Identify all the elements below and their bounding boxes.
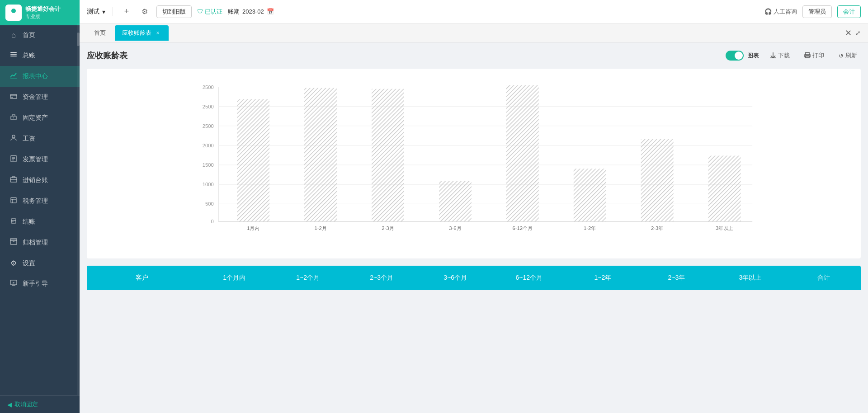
- chart-svg-wrapper: 2500 2500 2500 2000 1500 1000 500 0: [96, 78, 852, 249]
- main-area: 测试 ▾ + ⚙ 切到旧版 🛡 已认证 账期 2023-02 📅 🎧 人工咨询 …: [80, 0, 868, 413]
- app-name: 畅捷通好会计: [25, 5, 61, 13]
- guide-icon: [9, 279, 18, 288]
- tab-ar-aging-label: 应收账龄表: [122, 29, 151, 37]
- page-actions: 图表 下载: [726, 50, 861, 61]
- svg-text:6-12个月: 6-12个月: [513, 225, 533, 231]
- sidebar-item-label: 资金管理: [23, 93, 48, 101]
- svg-rect-17: [11, 197, 16, 203]
- headset-icon: 🎧: [764, 8, 772, 15]
- invoice-icon: [9, 155, 18, 164]
- sidebar: 畅捷通好会计 专业版 ⌂ 首页 总账: [0, 0, 80, 413]
- toggle-knob: [735, 52, 743, 60]
- page-header: 应收账龄表 图表 下载: [87, 50, 861, 61]
- consult-button[interactable]: 🎧 人工咨询: [764, 8, 797, 16]
- verified-label: 已认证: [205, 8, 222, 16]
- table-col-1-2m: 1~2个月: [271, 266, 345, 290]
- sidebar-item-label: 归档管理: [23, 239, 48, 247]
- svg-text:2500: 2500: [203, 123, 214, 129]
- app-logo-icon: [5, 5, 22, 21]
- svg-text:1500: 1500: [203, 162, 214, 168]
- svg-text:2-3年: 2-3年: [651, 225, 663, 231]
- svg-text:500: 500: [205, 201, 214, 206]
- print-button[interactable]: 打印: [801, 50, 828, 61]
- svg-text:2500: 2500: [203, 104, 214, 109]
- download-label: 下载: [778, 52, 790, 60]
- svg-marker-27: [13, 282, 15, 284]
- sidebar-item-guide[interactable]: 新手引导: [0, 273, 80, 294]
- manager-button[interactable]: 管理员: [802, 5, 832, 18]
- bar-2: [372, 89, 404, 222]
- chart-toggle-label: 图表: [747, 52, 759, 60]
- sidebar-item-ledger[interactable]: 总账: [0, 45, 80, 66]
- topbar: 测试 ▾ + ⚙ 切到旧版 🛡 已认证 账期 2023-02 📅 🎧 人工咨询 …: [80, 0, 868, 23]
- tab-home-label: 首页: [94, 29, 106, 37]
- sidebar-item-salary[interactable]: 工资: [0, 128, 80, 149]
- refresh-icon: ↺: [839, 52, 844, 59]
- sidebar-item-close[interactable]: 结账: [0, 211, 80, 232]
- sidebar-item-assets[interactable]: 固定资产: [0, 108, 80, 128]
- settings-icon: ⚙: [9, 259, 18, 268]
- sidebar-item-label: 报表中心: [23, 72, 48, 80]
- sidebar-nav: ⌂ 首页 总账 报表中心: [0, 25, 80, 395]
- sidebar-item-label: 首页: [23, 31, 35, 39]
- svg-rect-31: [806, 52, 809, 55]
- sidebar-item-label: 税务管理: [23, 197, 48, 205]
- switch-old-version-button[interactable]: 切到旧版: [156, 5, 192, 18]
- tab-home[interactable]: 首页: [87, 25, 113, 41]
- bar-4: [506, 85, 539, 221]
- calendar-icon[interactable]: 📅: [267, 8, 274, 15]
- svg-text:1-2年: 1-2年: [584, 225, 596, 231]
- close-period-icon: [9, 217, 18, 226]
- add-company-button[interactable]: +: [120, 5, 133, 18]
- sidebar-item-label: 总账: [23, 52, 35, 60]
- table-col-customer: 客户: [87, 266, 198, 290]
- refresh-button[interactable]: ↺ 刷新: [835, 50, 861, 61]
- sidebar-item-archive[interactable]: 归档管理: [0, 232, 80, 253]
- bar-0: [237, 99, 269, 221]
- svg-rect-24: [10, 239, 17, 240]
- sidebar-item-invoice[interactable]: 发票管理: [0, 149, 80, 170]
- accountant-button[interactable]: 会计: [837, 5, 861, 18]
- expand-panel-button[interactable]: ⤢: [855, 29, 861, 37]
- download-button[interactable]: 下载: [766, 50, 793, 61]
- sidebar-item-home[interactable]: ⌂ 首页: [0, 25, 80, 45]
- project-name: 测试: [87, 8, 99, 16]
- cancel-fixed-btn[interactable]: ◀ 取消固定: [0, 395, 80, 413]
- sidebar-item-funds[interactable]: 资金管理: [0, 87, 80, 108]
- sidebar-item-stock[interactable]: 进销台账: [0, 170, 80, 191]
- settings-button[interactable]: ⚙: [138, 5, 151, 18]
- tabs-right-actions: ✕ ⤢: [845, 28, 861, 38]
- svg-text:2-3月: 2-3月: [382, 225, 394, 231]
- svg-text:1月内: 1月内: [247, 225, 259, 231]
- table-col-2-3y: 2~3年: [640, 266, 713, 290]
- tab-ar-aging[interactable]: 应收账龄表 ×: [115, 25, 169, 41]
- svg-text:1000: 1000: [203, 182, 214, 187]
- close-panel-button[interactable]: ✕: [845, 28, 852, 38]
- cancel-fixed-label: 取消固定: [14, 400, 38, 408]
- ledger-icon: [9, 51, 18, 60]
- sidebar-item-label: 工资: [23, 135, 35, 143]
- svg-rect-3: [10, 56, 17, 56]
- salary-icon: [9, 134, 18, 143]
- table-col-3-6m: 3~6个月: [419, 266, 492, 290]
- svg-text:2000: 2000: [203, 143, 214, 148]
- shield-icon: 🛡: [197, 8, 203, 15]
- table-col-1-2y: 1~2年: [566, 266, 640, 290]
- sidebar-item-tax[interactable]: 税务管理: [0, 191, 80, 211]
- svg-point-0: [11, 9, 16, 13]
- tabs-bar: 首页 应收账龄表 × ✕ ⤢: [80, 23, 868, 42]
- tab-close-button[interactable]: ×: [154, 29, 161, 37]
- funds-icon: [9, 93, 18, 102]
- sidebar-item-label: 设置: [23, 259, 35, 268]
- sidebar-item-label: 结账: [23, 218, 35, 226]
- period-text-label: 账期: [228, 8, 240, 16]
- sidebar-item-reports[interactable]: 报表中心: [0, 66, 80, 87]
- svg-rect-15: [10, 178, 17, 182]
- stock-icon: [9, 176, 18, 185]
- chart-toggle[interactable]: [726, 51, 744, 61]
- svg-rect-2: [10, 54, 17, 55]
- project-selector[interactable]: 测试 ▾: [87, 8, 105, 16]
- svg-rect-5: [10, 94, 17, 99]
- sidebar-item-settings[interactable]: ⚙ 设置: [0, 253, 80, 273]
- table-col-1m: 1个月内: [198, 266, 271, 290]
